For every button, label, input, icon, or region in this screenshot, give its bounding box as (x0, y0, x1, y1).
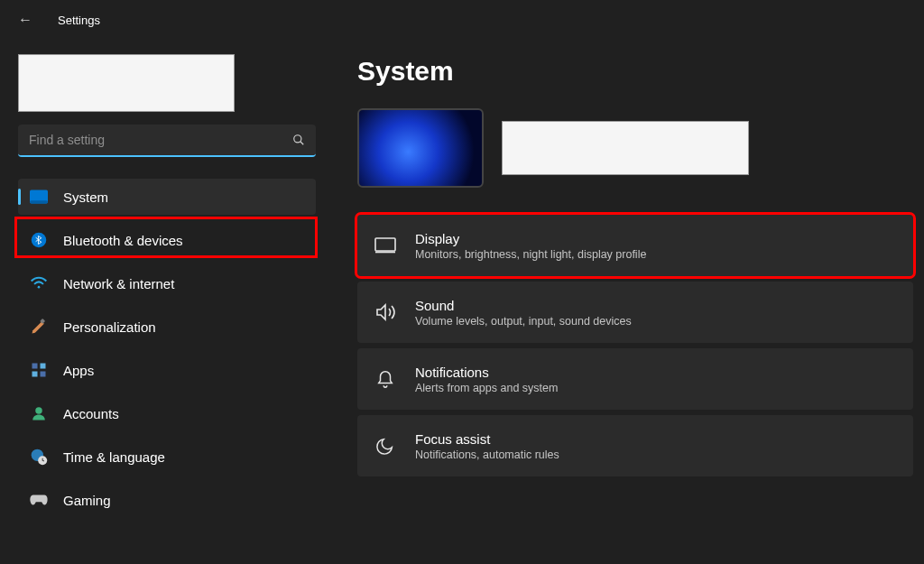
globe-clock-icon (29, 447, 49, 467)
gamepad-icon (29, 490, 49, 510)
sidebar-item-system[interactable]: System (18, 179, 316, 215)
card-subtitle: Volume levels, output, input, sound devi… (415, 315, 632, 328)
card-title: Notifications (415, 365, 558, 380)
main-panel: System Display Monitors, brightness, nig… (325, 38, 924, 564)
wifi-icon (29, 273, 49, 293)
sidebar-item-personalization[interactable]: Personalization (18, 309, 316, 345)
sidebar-item-gaming[interactable]: Gaming (18, 482, 316, 518)
search-box[interactable] (18, 125, 316, 157)
apps-icon (29, 360, 49, 380)
svg-rect-9 (32, 372, 38, 377)
svg-rect-10 (41, 372, 46, 377)
sidebar-item-label: Apps (63, 363, 94, 378)
bell-icon (374, 369, 397, 389)
system-icon (29, 187, 49, 207)
svg-rect-3 (30, 200, 48, 203)
svg-rect-8 (41, 364, 46, 369)
card-title: Focus assist (415, 431, 559, 447)
device-summary-row (357, 108, 915, 188)
sidebar-item-bluetooth[interactable]: Bluetooth & devices (18, 222, 316, 258)
sidebar-item-time-language[interactable]: Time & language (18, 439, 316, 475)
svg-point-0 (294, 135, 301, 143)
person-icon (29, 403, 49, 423)
svg-point-5 (38, 286, 41, 289)
moon-icon (374, 436, 397, 456)
sidebar-item-apps[interactable]: Apps (18, 352, 316, 388)
svg-line-1 (300, 142, 304, 145)
svg-rect-14 (375, 238, 395, 251)
settings-card-focus-assist[interactable]: Focus assist Notifications, automatic ru… (357, 415, 913, 476)
sidebar-item-label: System (63, 190, 108, 205)
settings-card-notifications[interactable]: Notifications Alerts from apps and syste… (357, 348, 913, 410)
bluetooth-icon (29, 230, 49, 250)
sound-icon (374, 303, 397, 321)
sidebar: System Bluetooth & devices Network & int… (0, 38, 325, 564)
card-title: Display (415, 231, 646, 246)
card-subtitle: Monitors, brightness, night light, displ… (415, 248, 646, 261)
page-title: System (357, 56, 915, 87)
settings-card-sound[interactable]: Sound Volume levels, output, input, soun… (357, 282, 913, 343)
svg-point-11 (35, 407, 42, 414)
sidebar-item-network[interactable]: Network & internet (18, 265, 316, 301)
sidebar-item-label: Network & internet (63, 276, 174, 291)
device-info-card[interactable] (502, 121, 749, 175)
search-input[interactable] (29, 125, 292, 155)
sidebar-item-label: Accounts (63, 406, 119, 421)
sidebar-item-label: Time & language (63, 449, 165, 465)
display-icon (374, 237, 397, 254)
sidebar-item-label: Gaming (63, 493, 111, 508)
svg-rect-7 (32, 364, 38, 369)
sidebar-item-label: Bluetooth & devices (63, 233, 183, 248)
settings-card-display[interactable]: Display Monitors, brightness, night ligh… (357, 215, 913, 276)
card-subtitle: Alerts from apps and system (415, 382, 558, 394)
sidebar-item-accounts[interactable]: Accounts (18, 395, 316, 431)
account-card[interactable] (18, 54, 235, 112)
back-arrow-icon[interactable]: ← (18, 12, 32, 28)
window-title: Settings (58, 14, 100, 27)
card-subtitle: Notifications, automatic rules (415, 448, 559, 461)
paintbrush-icon (29, 317, 49, 337)
sidebar-item-label: Personalization (63, 319, 156, 335)
search-icon (292, 134, 305, 146)
device-thumbnail[interactable] (357, 108, 484, 188)
card-title: Sound (415, 298, 632, 313)
